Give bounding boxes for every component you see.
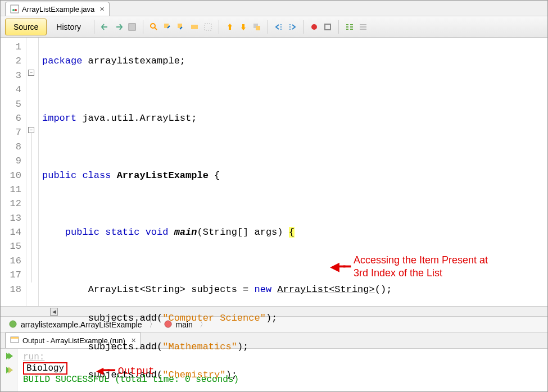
comment-icon[interactable]: [343, 21, 356, 33]
svg-rect-8: [205, 24, 211, 30]
line-number: 5: [1, 97, 21, 111]
output-window-icon: [10, 335, 19, 346]
highlight-icon[interactable]: [188, 21, 201, 33]
svg-point-1: [12, 9, 15, 11]
save-icon[interactable]: [126, 21, 138, 33]
line-number: 9: [1, 154, 21, 168]
history-tab[interactable]: History: [48, 19, 89, 35]
record-macro-icon[interactable]: [308, 21, 320, 33]
svg-point-4: [151, 24, 155, 28]
line-number: 3: [1, 69, 21, 83]
svg-rect-14: [325, 24, 330, 30]
line-number-gutter: 1 2 3 4 5 6 7 8 9 10 11 12 13 14 15 16 1…: [1, 38, 26, 306]
line-number: 10: [1, 168, 21, 183]
line-number: 15: [1, 239, 21, 253]
line-number: 7: [1, 125, 21, 139]
java-file-icon: [10, 4, 19, 13]
line-number: 14: [1, 225, 21, 239]
editor-toolbar: Source History: [1, 16, 547, 38]
forward-icon[interactable]: [112, 21, 125, 33]
shift-down-icon[interactable]: [237, 21, 250, 33]
line-number: 13: [1, 211, 21, 225]
output-gutter: [1, 349, 17, 391]
output-highlight-box: Biology: [23, 362, 67, 375]
indent-left-icon[interactable]: [273, 21, 285, 33]
svg-rect-10: [242, 24, 244, 28]
annotation-output: ◀━━ Output: [96, 363, 155, 379]
duplicate-icon[interactable]: [251, 21, 263, 33]
svg-rect-12: [256, 26, 260, 30]
shift-up-icon[interactable]: [224, 21, 236, 33]
fold-column: − −: [26, 38, 39, 306]
line-number: 16: [1, 254, 21, 268]
svg-rect-7: [191, 25, 198, 29]
line-number: 11: [1, 183, 21, 197]
line-number: 1: [1, 40, 21, 54]
file-tab[interactable]: ArrayListExample.java ✕: [5, 2, 110, 16]
svg-point-15: [10, 321, 16, 327]
indent-right-icon[interactable]: [286, 21, 298, 33]
svg-rect-9: [229, 26, 231, 30]
svg-point-13: [311, 24, 317, 30]
fold-toggle-icon[interactable]: −: [28, 127, 34, 133]
line-number: 6: [1, 111, 21, 125]
svg-rect-3: [129, 24, 135, 30]
close-icon[interactable]: ✕: [99, 6, 105, 13]
line-number: 2: [1, 54, 21, 68]
annotation-accessing: ◀━━ Accessing the Item Present at3rd Ind…: [330, 254, 488, 280]
arrow-left-icon: ◀━━: [96, 363, 114, 379]
output-panel: run: Biology BUILD SUCCESSFUL (total tim…: [1, 349, 547, 391]
line-number: 12: [1, 197, 21, 211]
uncomment-icon[interactable]: [357, 21, 369, 33]
stop-macro-icon[interactable]: [321, 21, 334, 33]
find-next-icon[interactable]: [175, 21, 187, 33]
file-tab-label: ArrayListExample.java: [22, 5, 94, 13]
file-tab-bar: ArrayListExample.java ✕: [1, 1, 547, 16]
arrow-left-icon: ◀━━: [330, 259, 349, 274]
line-number: 17: [1, 268, 21, 282]
source-tab[interactable]: Source: [5, 19, 47, 35]
find-prev-icon[interactable]: [161, 21, 174, 33]
line-number: 18: [1, 282, 21, 297]
svg-rect-18: [11, 337, 19, 339]
run-icon[interactable]: [4, 365, 14, 377]
back-icon[interactable]: [99, 21, 111, 33]
line-number: 4: [1, 83, 21, 97]
svg-rect-0: [11, 5, 19, 13]
fold-toggle-icon[interactable]: −: [28, 70, 34, 76]
rerun-icon[interactable]: [4, 351, 14, 363]
output-console[interactable]: run: Biology BUILD SUCCESSFUL (total tim…: [17, 349, 547, 391]
select-icon[interactable]: [202, 21, 214, 33]
code-editor[interactable]: 1 2 3 4 5 6 7 8 9 10 11 12 13 14 15 16 1…: [1, 38, 547, 306]
find-icon[interactable]: [148, 21, 160, 33]
line-number: 8: [1, 140, 21, 154]
svg-point-2: [15, 9, 17, 11]
class-icon: [8, 320, 17, 330]
